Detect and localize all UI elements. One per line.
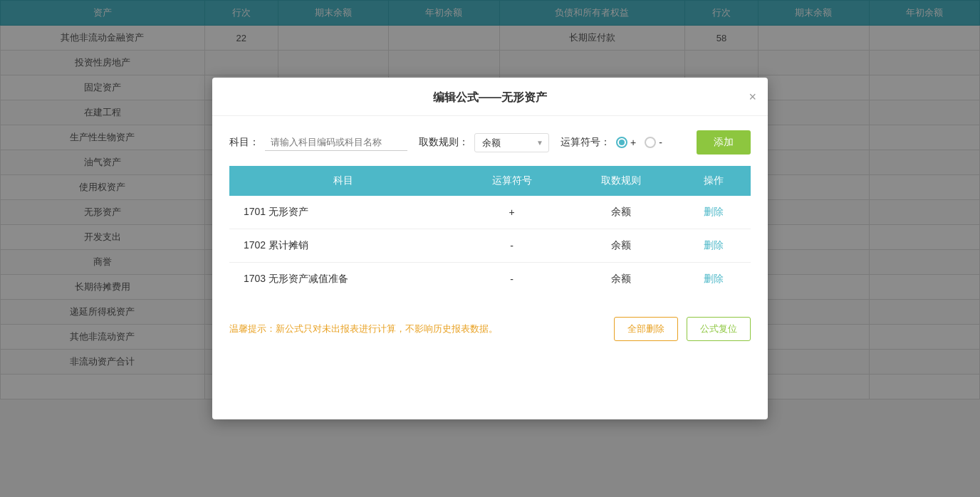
radio-circle-plus <box>616 137 627 148</box>
row-action: 删除 <box>676 263 751 296</box>
row-subject: 1703 无形资产减值准备 <box>229 263 457 296</box>
delete-link[interactable]: 删除 <box>704 206 724 217</box>
row-fetch-rule: 余额 <box>566 229 676 263</box>
modal-header: 编辑公式——无形资产 × <box>212 78 768 116</box>
operator-plus-label: + <box>630 137 636 148</box>
hint-text: 温馨提示：新公式只对未出报表进行计算，不影响历史报表数据。 <box>229 323 498 335</box>
modal-dialog: 编辑公式——无形资产 × 科目： 取数规则： 余额 借方发生额 贷方发生额 <box>212 78 768 419</box>
radio-circle-minus <box>645 137 656 148</box>
row-fetch-rule: 余额 <box>566 263 676 296</box>
modal-close-button[interactable]: × <box>749 90 756 103</box>
formula-table: 科目 运算符号 取数规则 操作 1701 无形资产 + 余额 删除 <box>229 166 751 295</box>
table-row: 1701 无形资产 + 余额 删除 <box>229 196 751 229</box>
row-operator: - <box>457 229 567 263</box>
row-fetch-rule: 余额 <box>566 196 676 229</box>
row-subject: 1701 无形资产 <box>229 196 457 229</box>
subject-label: 科目： <box>229 136 259 149</box>
modal-footer: 温馨提示：新公式只对未出报表进行计算，不影响历史报表数据。 全部删除 公式复位 <box>212 303 768 341</box>
col-header-fetch-rule: 取数规则 <box>566 166 676 196</box>
operator-plus-radio[interactable]: + <box>616 137 636 148</box>
table-row: 1703 无形资产减值准备 - 余额 删除 <box>229 263 751 296</box>
row-operator: - <box>457 263 567 296</box>
fetch-rule-select[interactable]: 余额 借方发生额 贷方发生额 <box>474 133 549 152</box>
row-operator: + <box>457 196 567 229</box>
page-wrapper: 资产 行次 期末余额 年初余额 负债和所有者权益 行次 期末余额 年初余额 其他… <box>0 0 980 497</box>
form-row: 科目： 取数规则： 余额 借方发生额 贷方发生额 ▼ 运算 <box>212 116 768 166</box>
delete-link[interactable]: 删除 <box>704 239 724 251</box>
row-subject: 1702 累计摊销 <box>229 229 457 263</box>
col-header-operator: 运算符号 <box>457 166 567 196</box>
modal-overlay: 编辑公式——无形资产 × 科目： 取数规则： 余额 借方发生额 贷方发生额 <box>0 0 980 497</box>
table-row: 1702 累计摊销 - 余额 删除 <box>229 229 751 263</box>
row-action: 删除 <box>676 229 751 263</box>
add-button[interactable]: 添加 <box>697 130 751 155</box>
operator-radio-group: + - <box>616 137 662 148</box>
delete-all-button[interactable]: 全部删除 <box>614 317 678 341</box>
table-header-row: 科目 运算符号 取数规则 操作 <box>229 166 751 196</box>
inner-table-wrap: 科目 运算符号 取数规则 操作 1701 无形资产 + 余额 删除 <box>229 166 751 295</box>
operator-minus-radio[interactable]: - <box>645 137 662 148</box>
subject-group: 科目： <box>229 134 407 151</box>
row-action: 删除 <box>676 196 751 229</box>
reset-formula-button[interactable]: 公式复位 <box>687 317 751 341</box>
modal-title: 编辑公式——无形资产 <box>433 90 547 105</box>
col-header-action: 操作 <box>676 166 751 196</box>
operator-label: 运算符号： <box>561 136 610 149</box>
fetch-rule-label: 取数规则： <box>419 136 469 149</box>
fetch-rule-group: 取数规则： 余额 借方发生额 贷方发生额 ▼ <box>419 133 549 152</box>
delete-link[interactable]: 删除 <box>704 273 724 284</box>
operator-group: 运算符号： + - <box>561 136 662 149</box>
col-header-subject: 科目 <box>229 166 457 196</box>
subject-input[interactable] <box>265 134 407 151</box>
operator-minus-label: - <box>659 137 662 148</box>
footer-buttons: 全部删除 公式复位 <box>614 317 751 341</box>
fetch-rule-select-wrap: 余额 借方发生额 贷方发生额 ▼ <box>474 133 549 152</box>
